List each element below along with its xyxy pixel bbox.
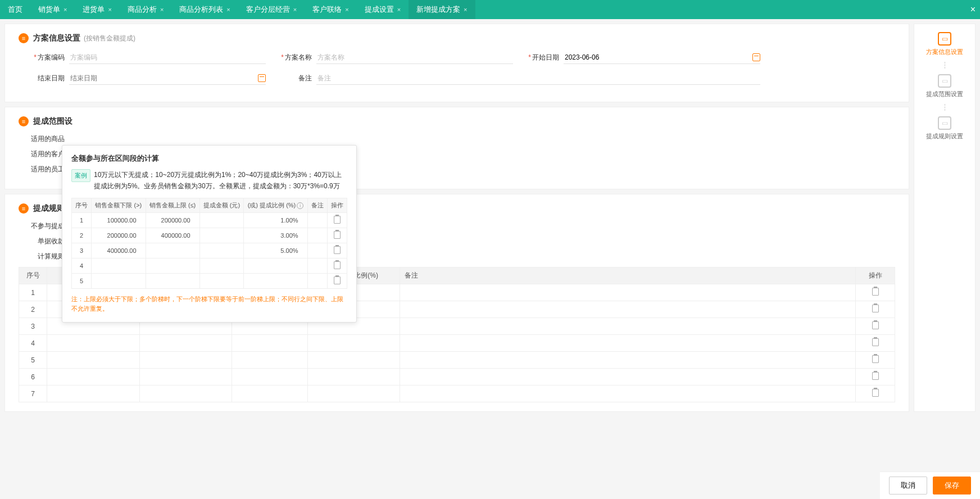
tab-close-icon[interactable]: ×: [464, 6, 467, 13]
c-rmk: [307, 212, 327, 228]
cell-low[interactable]: [47, 335, 140, 352]
pop-row: 1100000.00200000.001.00%: [72, 212, 347, 228]
cell-high[interactable]: [139, 369, 232, 385]
section-title: 提成范围设: [33, 116, 72, 126]
c-n: 3: [72, 243, 92, 258]
cell-pct[interactable]: [307, 369, 400, 385]
tab-close-icon[interactable]: ×: [160, 6, 164, 13]
pop-col-header: 销售金额上限 (≤): [146, 198, 199, 212]
cell-pct[interactable]: [307, 352, 400, 369]
cell-pct[interactable]: [307, 385, 400, 402]
col-header: 操作: [856, 267, 895, 284]
tab-close-icon[interactable]: ×: [108, 6, 111, 13]
delete-icon[interactable]: [334, 276, 341, 284]
c-rmk: [307, 243, 327, 258]
section-plan-info: ≡ 方案信息设置 (按销售金额提成) *方案编码 *方案名称 *开始日期: [4, 24, 909, 102]
cell-amt[interactable]: [232, 385, 308, 402]
delete-icon[interactable]: [334, 231, 341, 239]
cell-amt[interactable]: [232, 369, 308, 385]
c-amt: [199, 228, 244, 243]
section-icon: ≡: [19, 116, 29, 126]
pop-col-header: (或) 提成比例 (%)i: [244, 198, 307, 212]
cell-high[interactable]: [139, 385, 232, 402]
delete-icon[interactable]: [872, 355, 879, 363]
c-high: [146, 273, 199, 288]
cell-low[interactable]: [47, 352, 140, 369]
step-2[interactable]: ▭提成规则设置: [926, 116, 963, 140]
step-0[interactable]: ▭方案信息设置: [926, 32, 963, 56]
input-end-date[interactable]: [69, 72, 256, 84]
label-name: 方案名称: [285, 53, 312, 61]
delete-icon[interactable]: [872, 372, 879, 380]
tab-新增提成方案[interactable]: 新增提成方案×: [409, 0, 475, 19]
c-high: [146, 243, 199, 258]
cell-remark[interactable]: [400, 385, 856, 402]
tab-商品分析[interactable]: 商品分析×: [120, 0, 171, 19]
cell-remark[interactable]: [400, 369, 856, 385]
label-remark: 备注: [298, 74, 312, 82]
cell-seq: 1: [19, 284, 47, 301]
tab-进货单[interactable]: 进货单×: [75, 0, 119, 19]
tab-客户分层经营[interactable]: 客户分层经营×: [238, 0, 305, 19]
cell-low[interactable]: [47, 369, 140, 385]
delete-icon[interactable]: [334, 246, 341, 254]
section-subtitle: (按销售金额提成): [84, 34, 135, 43]
tab-商品分析列表[interactable]: 商品分析列表×: [171, 0, 238, 19]
delete-icon[interactable]: [334, 261, 341, 269]
tab-close-icon[interactable]: ×: [397, 6, 401, 13]
delete-icon[interactable]: [872, 321, 879, 329]
input-plan-name[interactable]: [316, 51, 513, 64]
pop-col-header: 序号: [72, 198, 92, 212]
c-low: [92, 273, 146, 288]
example-popover: 全额参与所在区间段的计算 案例 10万元以下无提成；10~20万元提成比例为1%…: [62, 145, 357, 323]
c-n: 4: [72, 258, 92, 273]
cell-pct[interactable]: [307, 335, 400, 352]
c-low: 400000.00: [92, 243, 146, 258]
input-remark[interactable]: [316, 72, 760, 85]
step-label: 提成范围设置: [926, 90, 963, 98]
cell-high[interactable]: [139, 335, 232, 352]
cell-amt[interactable]: [232, 352, 308, 369]
tab-close-icon[interactable]: ×: [63, 6, 67, 13]
tab-提成设置[interactable]: 提成设置×: [357, 0, 409, 19]
tab-close-icon[interactable]: ×: [226, 6, 230, 13]
cell-remark[interactable]: [400, 352, 856, 369]
c-pct: 3.00%: [244, 228, 307, 243]
step-icon: ▭: [938, 74, 951, 88]
cell-high[interactable]: [139, 352, 232, 369]
info-icon[interactable]: i: [297, 202, 303, 209]
pop-col-header: 销售金额下限 (>): [92, 198, 146, 212]
delete-icon[interactable]: [334, 216, 341, 224]
tab-销货单[interactable]: 销货单×: [30, 0, 75, 19]
delete-icon[interactable]: [872, 288, 879, 296]
cell-remark[interactable]: [400, 301, 856, 318]
cell-low[interactable]: [47, 385, 140, 402]
calendar-icon[interactable]: [752, 53, 760, 61]
tab-close-icon[interactable]: ×: [293, 6, 297, 13]
tab-首页[interactable]: 首页: [0, 0, 30, 19]
cell-remark[interactable]: [400, 335, 856, 352]
c-pct: 1.00%: [244, 212, 307, 228]
delete-icon[interactable]: [872, 305, 879, 312]
popover-title: 全额参与所在区间段的计算: [71, 153, 347, 164]
close-all-tabs[interactable]: ×: [970, 0, 976, 19]
input-plan-code[interactable]: [69, 51, 266, 64]
c-rmk: [307, 228, 327, 243]
c-amt: [199, 212, 244, 228]
delete-icon[interactable]: [872, 338, 879, 346]
tab-客户联络[interactable]: 客户联络×: [305, 0, 356, 19]
cell-seq: 3: [19, 318, 47, 335]
section-title: 方案信息设置: [33, 33, 80, 43]
cell-seq: 2: [19, 301, 47, 318]
table-row: 6: [19, 369, 895, 385]
c-low: 100000.00: [92, 212, 146, 228]
section-icon: ≡: [19, 203, 29, 214]
step-1[interactable]: ▭提成范围设置: [926, 74, 963, 98]
calendar-icon[interactable]: [258, 74, 266, 82]
tab-close-icon[interactable]: ×: [345, 6, 348, 13]
cell-amt[interactable]: [232, 335, 308, 352]
delete-icon[interactable]: [872, 389, 879, 397]
input-start-date[interactable]: [564, 51, 750, 63]
cell-remark[interactable]: [400, 318, 856, 335]
cell-remark[interactable]: [400, 284, 856, 301]
